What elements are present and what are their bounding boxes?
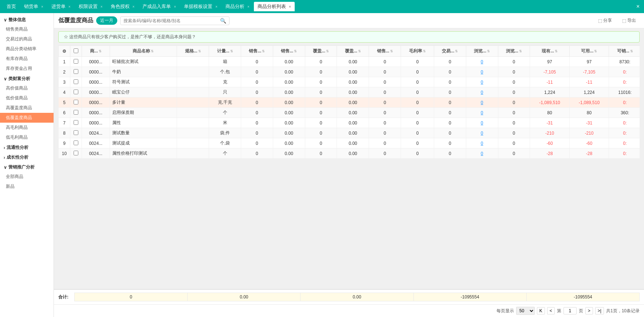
sellable-col-header[interactable]: 可销...⇅ xyxy=(609,46,640,57)
name-col-header[interactable]: 商品名称⇅ xyxy=(110,46,177,57)
share-button[interactable]: ⬚ 分享 xyxy=(594,16,616,25)
sort-icon: ⇅ xyxy=(519,49,522,53)
close-icon[interactable]: × xyxy=(289,5,291,9)
row-browse1[interactable]: 0 xyxy=(466,67,498,77)
available-col-header[interactable]: 可用...⇅ xyxy=(569,46,609,57)
sidebar-item-low-coverage[interactable]: 低覆盖度商品 xyxy=(0,113,54,123)
close-all-button[interactable]: × xyxy=(635,2,641,11)
row-browse1[interactable]: 0 xyxy=(466,118,498,128)
header-actions: ⬚ 分享 ⬚ 导出 xyxy=(594,16,640,25)
close-icon[interactable]: × xyxy=(101,5,103,9)
row-browse1[interactable]: 0 xyxy=(466,128,498,138)
nav-tab-analysis-list[interactable]: 商品分析列表 × xyxy=(254,2,295,11)
sort-icon: ⇅ xyxy=(555,49,558,53)
row-checkbox[interactable] xyxy=(70,67,82,77)
last-page-button[interactable]: >| xyxy=(595,307,604,314)
row-browse1[interactable]: 0 xyxy=(466,138,498,148)
table-container[interactable]: ⚙ 商...⇅ 商品名称⇅ 规格...⇅ 计量...⇅ 销售...⇅ 销售...… xyxy=(58,45,640,289)
unit-col-header[interactable]: 计量...⇅ xyxy=(209,46,241,57)
nav-tab-permission[interactable]: 权限设置 × xyxy=(75,2,106,11)
nav-tab-product[interactable]: 产成品入库单 × xyxy=(139,2,180,11)
row-sellable: 0: xyxy=(609,128,640,138)
code-col-header[interactable]: 商...⇅ xyxy=(82,46,110,57)
row-cov1: 0 xyxy=(305,148,337,159)
nav-tab-role[interactable]: 角色授权 × xyxy=(107,2,138,11)
sidebar-section-overall[interactable]: ∨ 整体信息 xyxy=(0,15,54,24)
sidebar-item-sales-goods[interactable]: 销售类商品 xyxy=(0,24,54,34)
row-checkbox[interactable] xyxy=(70,98,82,108)
sidebar-item-all-goods[interactable]: 全部商品 xyxy=(0,172,54,182)
sidebar-section-wealth[interactable]: ∨ 类财富分析 xyxy=(0,74,54,83)
settings-col-header[interactable]: ⚙ xyxy=(59,46,70,57)
row-checkbox[interactable] xyxy=(70,108,82,118)
row-checkbox[interactable] xyxy=(70,148,82,159)
sidebar-item-traded[interactable]: 交易过的商品 xyxy=(0,34,54,44)
sidebar-section-growth[interactable]: › 成长性分析 xyxy=(0,152,54,162)
transaction-col-header[interactable]: 交易...⇅ xyxy=(434,46,466,57)
row-checkbox[interactable] xyxy=(70,118,82,128)
row-unit: 个 xyxy=(209,108,241,118)
row-checkbox[interactable] xyxy=(70,138,82,148)
row-browse1[interactable]: 0 xyxy=(466,108,498,118)
filter-recent-month[interactable]: 近一月 xyxy=(96,16,117,25)
sales-amt-col-header[interactable]: 销售...⇅ xyxy=(273,46,305,57)
row-browse1[interactable]: 0 xyxy=(466,87,498,98)
sidebar-item-in-stock[interactable]: 有库存商品 xyxy=(0,54,54,64)
cov2-col-header[interactable]: 覆盖...⇅ xyxy=(337,46,369,57)
row-browse1[interactable]: 0 xyxy=(466,98,498,108)
salesx-col-header[interactable]: 销售...⇅ xyxy=(369,46,401,57)
nav-tab-analysis[interactable]: 商品分析 × xyxy=(222,2,253,11)
close-icon[interactable]: × xyxy=(247,5,250,9)
browse1-col-header[interactable]: 浏览...⇅ xyxy=(466,46,498,57)
row-browse2: 0 xyxy=(498,77,530,87)
row-sales-amt: 0.00 xyxy=(273,108,305,118)
row-checkbox[interactable] xyxy=(70,57,82,67)
row-checkbox[interactable] xyxy=(70,77,82,87)
sidebar-item-high-coverage[interactable]: 高覆盖度商品 xyxy=(0,103,54,113)
row-browse1[interactable]: 0 xyxy=(466,148,498,159)
row-checkbox[interactable] xyxy=(70,128,82,138)
nav-tab-template[interactable]: 单据模板设置 × xyxy=(180,2,221,11)
close-icon[interactable]: × xyxy=(41,5,43,9)
sidebar-item-low-value[interactable]: 低价值商品 xyxy=(0,93,54,103)
sidebar-item-low-margin[interactable]: 低毛利商品 xyxy=(0,132,54,142)
spec-col-header[interactable]: 规格...⇅ xyxy=(177,46,209,57)
checkbox-col-header[interactable] xyxy=(70,46,82,57)
sort-icon: ⇅ xyxy=(594,49,597,53)
close-icon[interactable]: × xyxy=(215,5,217,9)
sidebar-section-flow[interactable]: › 流通性分析 xyxy=(0,142,54,152)
search-input[interactable] xyxy=(123,18,219,23)
sidebar-item-category-rate[interactable]: 商品分类动销率 xyxy=(0,44,54,54)
row-available: -1,089,510 xyxy=(569,98,609,108)
export-button[interactable]: ⬚ 导出 xyxy=(619,16,640,25)
table-row: 5 0000... 多计量 克,千克 0 0.00 0 0.00 0 0 0 0… xyxy=(59,98,640,108)
next-page-button[interactable]: > xyxy=(585,307,593,314)
search-box[interactable]: 🔍 xyxy=(120,16,229,25)
per-page-select[interactable]: 50 100 200 xyxy=(516,307,535,315)
close-icon[interactable]: × xyxy=(174,5,176,9)
margin-col-header[interactable]: 毛利率⇅ xyxy=(401,46,434,57)
select-all-checkbox[interactable] xyxy=(74,48,78,53)
prev-page-button[interactable]: < xyxy=(547,307,555,314)
cov1-col-header[interactable]: 覆盖...⇅ xyxy=(305,46,337,57)
nav-tab-purchase[interactable]: 进货单 × xyxy=(48,2,74,11)
sidebar-item-new-goods[interactable]: 新品 xyxy=(0,182,54,191)
sidebar-item-stock-capital[interactable]: 库存资金占用 xyxy=(0,64,54,74)
sidebar-item-high-margin[interactable]: 高毛利商品 xyxy=(0,123,54,132)
nav-tab-sales[interactable]: 销货单 × xyxy=(20,2,47,11)
sidebar-section-marketing[interactable]: ∨ 营销推广分析 xyxy=(0,162,54,172)
sidebar-item-high-value[interactable]: 高价值商品 xyxy=(0,83,54,93)
row-browse1[interactable]: 0 xyxy=(466,77,498,87)
current-col-header[interactable]: 现有...⇅ xyxy=(530,46,569,57)
content-area: 低覆盖度商品 近一月 🔍 ⬚ 分享 ⬚ 导出 ☆ 这些商品只有很少客户购买过，是… xyxy=(54,13,644,317)
sales-qty-col-header[interactable]: 销售...⇅ xyxy=(241,46,273,57)
close-icon[interactable]: × xyxy=(68,5,71,9)
search-icon[interactable]: 🔍 xyxy=(220,18,226,24)
close-icon[interactable]: × xyxy=(133,5,135,9)
nav-tab-home[interactable]: 首页 xyxy=(3,2,20,11)
row-checkbox[interactable] xyxy=(70,87,82,98)
first-page-button[interactable]: K xyxy=(537,307,545,314)
page-number-input[interactable] xyxy=(564,307,577,314)
browse2-col-header[interactable]: 浏览...⇅ xyxy=(498,46,530,57)
row-browse1[interactable]: 0 xyxy=(466,57,498,67)
